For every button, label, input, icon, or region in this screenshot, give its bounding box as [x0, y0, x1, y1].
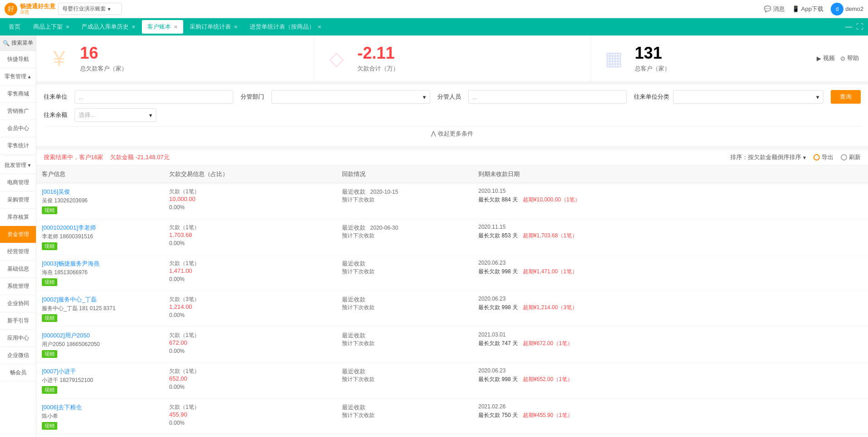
customer-phone: 陈小希	[42, 412, 158, 420]
sidebar-item-enterprise-wechat[interactable]: 企业微信	[0, 347, 36, 364]
sidebar-item-quick-nav[interactable]: 快捷导航	[0, 51, 36, 68]
percentage: 0.00%	[169, 348, 331, 354]
window-minimize-icon[interactable]: —	[845, 23, 853, 31]
customer-link[interactable]: [0016]吴俊	[42, 188, 70, 195]
help-action[interactable]: ⊙ 帮助	[840, 54, 859, 62]
overdue-days: 最长欠款 998 天	[478, 304, 518, 311]
table-body: [0016]吴俊 吴俊 13026203696 现销 欠款（1笔） 10,000…	[36, 183, 868, 437]
overdue-date-cell: 2021.02.26 最长欠款 750 天 超期¥455.90（1笔）	[473, 399, 868, 435]
sidebar-item-vip-member[interactable]: 畅会员	[0, 364, 36, 382]
debt-note: 欠款（3笔）	[169, 296, 331, 303]
debt-amount: 455.90	[169, 411, 331, 418]
unit-category-select[interactable]: ▾	[673, 90, 823, 104]
user-menu[interactable]: d demo2	[831, 3, 863, 15]
customer-link[interactable]: [0003]畅捷服务尹海燕	[42, 260, 100, 267]
data-table: 客户信息 欠款交易信息（占比） 回款情况 到期未收款日期 [0016]吴俊 吴俊…	[36, 166, 868, 437]
overdue-amount[interactable]: 超期¥1,214.00（3笔）	[523, 304, 577, 311]
overdue-date-cell: 2020.11.15 最长欠款 853 天 超期¥1,703.68（1笔）	[473, 219, 868, 255]
sidebar-item-app-center[interactable]: 应用中心	[0, 330, 36, 347]
customer-info-cell: [000001]黄思源 黄思源 13552700226 现销	[36, 435, 164, 437]
overdue-amount[interactable]: 超期¥652.00（1笔）	[523, 376, 573, 382]
customer-link[interactable]: [0006]去下粮仓	[42, 404, 82, 411]
sidebar-item-retail-store[interactable]: 零售商城	[0, 85, 36, 103]
sidebar-item-operations[interactable]: 经营管理	[0, 243, 36, 261]
sidebar-item-batch-mgmt[interactable]: 批发管理 ▼	[0, 157, 36, 174]
quick-nav-label: 快捷导航	[2, 55, 34, 63]
tab-customer-account-close[interactable]: ✕	[174, 24, 178, 30]
card-content-total-customers: 131 总客户（家）	[635, 44, 809, 73]
tab-production-history-close[interactable]: ✕	[131, 24, 135, 30]
customer-info-cell: [0003]畅捷服务尹海燕 海燕 18513066976 现销	[36, 255, 164, 291]
customer-phone: 用户2050 18665062050	[42, 341, 158, 348]
customer-info-cell: [0002]服务中心_丁磊 服务中心_丁磊 181 0125 8371 现销	[36, 291, 164, 327]
sidebar-item-member-center[interactable]: 会员中心	[0, 120, 36, 137]
remain-select[interactable]: 选择... ▾	[75, 108, 156, 122]
play-icon: ▶	[817, 55, 821, 62]
ecommerce-label: 电商管理	[2, 179, 34, 186]
sidebar-item-ecommerce[interactable]: 电商管理	[0, 174, 36, 191]
sidebar: 🔍 搜索菜单 快捷导航 零售管理 ▲ 零售商城 营销推广 会员中心 零售统计	[0, 35, 36, 437]
export-button[interactable]: 导出	[813, 153, 833, 161]
message-button[interactable]: 💬 消息	[764, 5, 785, 13]
refresh-label: 刷新	[849, 153, 861, 161]
tab-purchase-order[interactable]: 采购订单统计表 ✕	[184, 20, 243, 34]
summary-card-total-customers: ▦ 131 总客户（家） ▶ 视频 ⊙ 帮助	[591, 35, 868, 81]
sidebar-item-retail-stats[interactable]: 零售统计	[0, 137, 36, 155]
customer-link[interactable]: [0007]小进干	[42, 368, 76, 375]
window-maximize-icon[interactable]: ⛶	[856, 23, 863, 31]
sort-select[interactable]: 排序：按欠款金额倒序排序 ▾	[730, 153, 806, 161]
percentage: 0.00%	[169, 420, 331, 426]
sidebar-item-purchase-mgmt[interactable]: 采购管理	[0, 191, 36, 209]
person-input[interactable]: ...	[468, 90, 627, 104]
overdue-amount[interactable]: 超期¥1,471.00（1笔）	[523, 268, 577, 275]
help-icon: ⊙	[840, 55, 845, 62]
collection-status-cell: 最近收款 2020-06-30 预计下次收款	[336, 219, 473, 255]
operations-label: 经营管理	[2, 248, 34, 256]
tab-customer-account[interactable]: 客户账本 ✕	[142, 20, 183, 34]
sidebar-item-search-menu[interactable]: 🔍 搜索菜单	[0, 35, 36, 51]
logo-text: 畅捷通好生意	[20, 3, 55, 10]
summary-cards: ¥ 16 总欠款客户（家） ◇ -2.11 欠款合计（万） ▦	[36, 35, 868, 81]
customer-link[interactable]: [000002]用户2050	[42, 332, 90, 339]
sidebar-item-inventory[interactable]: 库存核算	[0, 209, 36, 226]
mobile-icon: 📱	[792, 5, 799, 12]
customer-link[interactable]: [0002]服务中心_丁磊	[42, 296, 97, 303]
debt-note: 欠款（1笔）	[169, 260, 331, 267]
tab-production-history[interactable]: 产成品入库单历史 ✕	[76, 20, 141, 34]
latest-collection: 最近收款	[342, 367, 467, 376]
collapse-button[interactable]: ⋀ 收起更多条件	[44, 126, 861, 141]
source-unit-input[interactable]: ...	[75, 90, 233, 104]
latest-label: 最近收款	[342, 296, 366, 303]
sidebar-item-new-guide[interactable]: 新手引导	[0, 312, 36, 330]
app-download-button[interactable]: 📱 App下载	[792, 5, 823, 13]
company-selector[interactable]: 母婴行业演示账套 ▾	[58, 3, 122, 15]
dept-select[interactable]: ▾	[271, 90, 430, 104]
table-row: [0003]畅捷服务尹海燕 海燕 18513066976 现销 欠款（1笔） 1…	[36, 255, 868, 291]
debt-info-cell: 欠款（1笔） 10,000.00 0.00%	[164, 183, 336, 219]
tab-import-stats-close[interactable]: ✕	[317, 24, 321, 30]
tab-product-shelf-close[interactable]: ✕	[65, 24, 70, 30]
tab-home[interactable]: 首页	[2, 20, 27, 34]
sidebar-item-enterprise-collab[interactable]: 企业协同	[0, 295, 36, 312]
overdue-amount[interactable]: 超期¥672.00（1笔）	[523, 340, 573, 347]
customer-link[interactable]: [0001020001]李老师	[42, 224, 96, 231]
overdue-amount[interactable]: 超期¥455.90（1笔）	[523, 412, 573, 418]
sidebar-item-basic-info[interactable]: 基础信息	[0, 261, 36, 278]
video-action[interactable]: ▶ 视频	[817, 54, 835, 62]
sidebar-item-system-mgmt[interactable]: 系统管理	[0, 278, 36, 295]
overdue-amount[interactable]: 超期¥10,000.00（1笔）	[523, 196, 581, 203]
tab-product-shelf-label: 商品上下架	[33, 23, 63, 31]
tab-purchase-order-close[interactable]: ✕	[234, 24, 238, 30]
overdue-days: 最长欠款 747 天	[478, 340, 518, 347]
filter-unit-category: 往来单位分类 ▾	[634, 90, 823, 104]
sidebar-item-capital-mgmt[interactable]: 资金管理	[0, 226, 36, 243]
sidebar-item-retail-mgmt[interactable]: 零售管理 ▲	[0, 68, 36, 85]
tab-product-shelf[interactable]: 商品上下架 ✕	[28, 20, 75, 34]
table-row: [0016]吴俊 吴俊 13026203696 现销 欠款（1笔） 10,000…	[36, 183, 868, 219]
tab-import-stats[interactable]: 进货单统计表（按商品） ✕	[244, 20, 327, 34]
search-button[interactable]: 查询	[831, 90, 861, 104]
refresh-button[interactable]: 刷新	[841, 153, 861, 161]
sidebar-item-marketing[interactable]: 营销推广	[0, 103, 36, 120]
overdue-date-cell: 2020.12.30 最长欠款 808 天 超期¥429.00（1笔）	[473, 435, 868, 437]
overdue-amount[interactable]: 超期¥1,703.68（1笔）	[523, 232, 577, 239]
